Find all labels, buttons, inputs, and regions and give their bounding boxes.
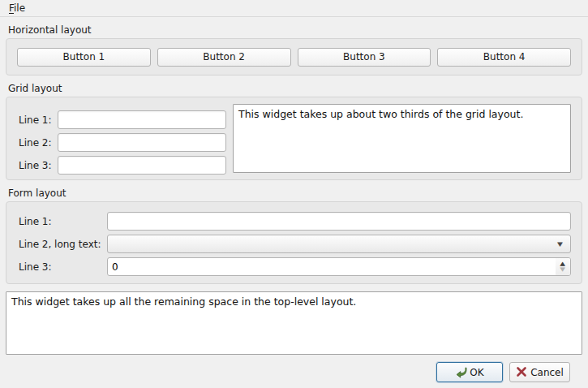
chevron-down-icon: ▼ [557,240,563,247]
grid-line2-label: Line 2: [17,137,58,149]
form-line2-label: Line 2, long text: [17,239,107,250]
button-3[interactable]: Button 3 [298,48,431,67]
horizontal-layout-frame: Button 1 Button 2 Button 3 Button 4 [6,38,582,75]
grid-layout-frame: Line 1: Line 2: Line 3: This widget take… [6,97,582,180]
button-4[interactable]: Button 4 [437,48,571,67]
form-layout-title: Form layout [8,188,582,200]
cancel-button[interactable]: Cancel [509,362,570,382]
horizontal-layout-title: Horizontal layout [8,24,582,37]
form-layout-group: Form layout Line 1: Line 2, long text: ▼… [6,188,582,284]
grid-line3-input[interactable] [58,156,226,175]
spin-down-icon[interactable]: ▼ [560,267,566,273]
ok-button-label: OK [470,367,483,378]
menubar: File [0,0,588,17]
button-2[interactable]: Button 2 [157,48,291,67]
ok-green-arrow-icon [455,366,467,378]
grid-row-3: Line 3: [17,156,226,175]
spinbox-input[interactable] [108,258,556,275]
grid-left-column: Line 1: Line 2: Line 3: [17,104,226,173]
grid-textedit[interactable]: This widget takes up about two thirds of… [233,104,571,173]
cancel-red-cross-icon [516,366,528,378]
button-1[interactable]: Button 1 [17,48,151,67]
form-row-1: Line 1: [17,212,571,231]
form-row-2: Line 2, long text: ▼ [17,235,571,253]
grid-line1-label: Line 1: [17,114,58,126]
form-line1-input[interactable] [107,212,571,231]
grid-line1-input[interactable] [58,110,226,129]
grid-line2-input[interactable] [58,133,226,152]
ok-button[interactable]: OK [436,362,503,382]
grid-row-1: Line 1: [17,110,226,129]
bottom-textedit[interactable]: This widget takes up all the remaining s… [6,291,582,355]
grid-row-2: Line 2: [17,133,226,152]
cancel-button-label: Cancel [530,367,564,378]
menu-file-label: ile [14,2,25,14]
dialog-button-box: OK Cancel [6,355,582,382]
form-line3-label: Line 3: [17,261,107,273]
form-layout-frame: Line 1: Line 2, long text: ▼ Line 3: ▲ ▼ [6,201,582,284]
form-line3-spinbox[interactable]: ▲ ▼ [107,257,571,276]
menu-file[interactable]: File [3,1,31,15]
grid-layout-group: Grid layout Line 1: Line 2: Line 3: This… [6,83,582,180]
grid-layout-title: Grid layout [8,83,582,95]
dialog-body: Horizontal layout Button 1 Button 2 Butt… [0,24,588,382]
spinbox-buttons: ▲ ▼ [556,258,570,275]
form-line1-label: Line 1: [17,216,107,227]
form-line2-combobox[interactable]: ▼ [107,235,571,253]
form-row-3: Line 3: ▲ ▼ [17,257,571,276]
grid-line3-label: Line 3: [17,160,58,171]
horizontal-layout-group: Horizontal layout Button 1 Button 2 Butt… [6,24,582,75]
